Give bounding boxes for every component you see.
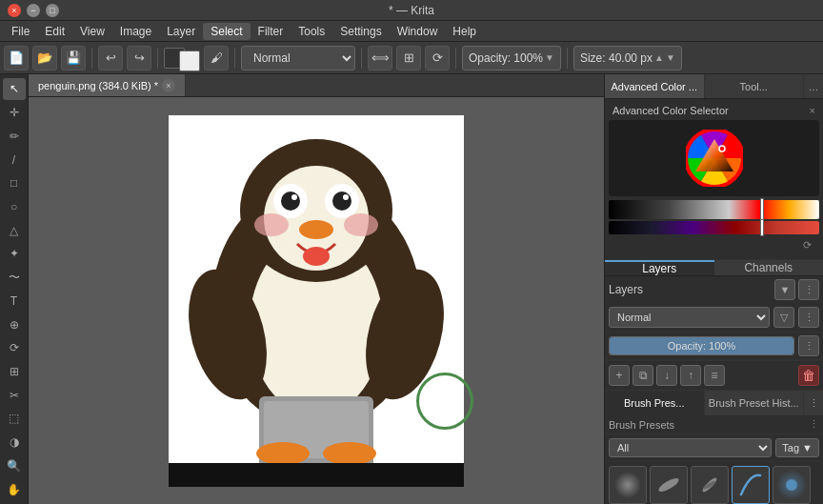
tab-advanced-color[interactable]: Advanced Color ...: [605, 74, 705, 98]
canvas-tab-label: penguin.png (384.0 KiB) *: [38, 80, 158, 91]
canvas-view[interactable]: [29, 97, 604, 504]
color-refresh-button[interactable]: ⟳: [798, 236, 815, 253]
move-layer-down-button[interactable]: ↓: [656, 365, 677, 386]
color-gradient-bar2[interactable]: [609, 221, 819, 234]
menu-image[interactable]: Image: [112, 23, 159, 40]
gradient-tool-button[interactable]: ◑: [3, 432, 26, 454]
layer-filter-button[interactable]: ▽: [773, 307, 794, 328]
layers-options-button[interactable]: ⋮: [798, 279, 819, 300]
menu-tools[interactable]: Tools: [291, 23, 332, 40]
color-wheel-area[interactable]: [609, 120, 819, 196]
canvas-tab-close[interactable]: ×: [162, 79, 175, 92]
star-tool-button[interactable]: ✦: [3, 243, 26, 265]
blend-mode-select[interactable]: Normal: [241, 46, 355, 71]
new-file-button[interactable]: 📄: [4, 46, 29, 71]
brush-presets-options-button[interactable]: ⋮: [809, 418, 819, 431]
menu-file[interactable]: File: [4, 23, 37, 40]
add-layer-button[interactable]: +: [609, 365, 630, 386]
brush-presets-tab-label: Brush Pres...: [624, 397, 685, 409]
svg-point-6: [291, 194, 297, 200]
brush-filter-select[interactable]: All: [609, 438, 772, 457]
undo-button[interactable]: ↩: [98, 46, 123, 71]
crop-tool-button[interactable]: ✂: [3, 384, 26, 406]
path-tool-button[interactable]: 〜: [3, 267, 26, 289]
menu-edit[interactable]: Edit: [37, 23, 72, 40]
grid-tool-button[interactable]: ⊞: [3, 361, 26, 383]
mirror-button[interactable]: ⟺: [368, 46, 392, 71]
brush-5-svg: [774, 468, 809, 502]
tab-brush-history[interactable]: Brush Preset Hist...: [705, 391, 805, 415]
rect-tool-button[interactable]: □: [3, 172, 26, 194]
redo-button[interactable]: ↪: [127, 46, 151, 71]
layers-title-row: Layers ▼ ⋮: [605, 276, 823, 303]
polygon-tool-button[interactable]: △: [3, 219, 26, 241]
brush-item-3[interactable]: [691, 466, 729, 504]
open-file-button[interactable]: 📂: [32, 46, 57, 71]
select-tool-button[interactable]: ↖: [3, 78, 26, 100]
window-title: * — Krita: [65, 4, 758, 17]
size-arrow[interactable]: ▲: [654, 52, 664, 63]
preserve-alpha-button[interactable]: ⟳: [425, 46, 450, 71]
gradient-handle-1[interactable]: [760, 198, 764, 221]
channels-tab-label: Channels: [744, 261, 793, 274]
pan-tool-button[interactable]: ✋: [3, 478, 26, 500]
brush-item-2[interactable]: [650, 466, 688, 504]
move-layer-up-button[interactable]: ↑: [680, 365, 701, 386]
size-control[interactable]: Size: 40.00 px ▲ ▼: [573, 46, 682, 71]
move-tool-button[interactable]: ⊕: [3, 313, 26, 335]
svg-point-18: [256, 442, 310, 465]
svg-point-5: [281, 192, 300, 211]
zoom-tool-button[interactable]: 🔍: [3, 455, 26, 477]
text-tool-button[interactable]: T: [3, 290, 26, 312]
tab-layers[interactable]: Layers: [605, 260, 714, 275]
line-tool-button[interactable]: /: [3, 149, 26, 171]
menu-filter[interactable]: Filter: [251, 23, 291, 40]
menu-settings[interactable]: Settings: [332, 23, 389, 40]
gradient-handle-2[interactable]: [760, 219, 764, 236]
menu-layer[interactable]: Layer: [159, 23, 203, 40]
ellipse-tool-button[interactable]: ○: [3, 196, 26, 218]
svg-point-13: [344, 213, 378, 236]
menu-view[interactable]: View: [72, 23, 112, 40]
layer-opacity-bar[interactable]: Opacity: 100%: [609, 336, 794, 355]
minimize-window-button[interactable]: −: [27, 4, 40, 17]
brush-item-5[interactable]: [773, 466, 811, 504]
background-color[interactable]: [179, 50, 200, 71]
tab-brush-presets[interactable]: Brush Pres...: [605, 391, 705, 415]
rotate-tool-button[interactable]: ⟳: [3, 337, 26, 359]
menu-window[interactable]: Window: [390, 23, 446, 40]
size-arrow-down[interactable]: ▼: [666, 52, 675, 63]
brush-preset-button[interactable]: 🖌: [204, 46, 229, 71]
brush-presets-section: Brush Pres... Brush Preset Hist... ⋮ Bru…: [605, 390, 823, 504]
wrap-button[interactable]: ⊞: [396, 46, 421, 71]
layer-more-button[interactable]: ⋮: [798, 307, 819, 328]
freehand-brush-button[interactable]: ✏: [3, 125, 26, 147]
tab-tool[interactable]: Tool...: [705, 74, 805, 98]
layer-button-row: + ⧉ ↓ ↑ ≡ 🗑: [605, 360, 823, 390]
tab-more-button[interactable]: …: [804, 74, 823, 98]
close-window-button[interactable]: ×: [8, 4, 21, 17]
canvas-area: penguin.png (384.0 KiB) * ×: [29, 74, 604, 504]
brush-tag-button[interactable]: Tag ▼: [775, 438, 819, 457]
opacity-control[interactable]: Opacity: 100% ▼: [462, 46, 561, 71]
color-gradient-bar[interactable]: [609, 200, 819, 219]
brush-item-4[interactable]: [732, 466, 770, 504]
brush-item-1[interactable]: [609, 466, 647, 504]
brush-tab-options[interactable]: ⋮: [804, 391, 823, 415]
tab-channels[interactable]: Channels: [714, 260, 824, 275]
adv-color-close-button[interactable]: ×: [810, 105, 815, 116]
transform-tool-button[interactable]: ✛: [3, 102, 26, 124]
layers-filter-button[interactable]: ▼: [774, 279, 795, 300]
save-file-button[interactable]: 💾: [61, 46, 86, 71]
fill-tool-button[interactable]: ⬚: [3, 408, 26, 430]
maximize-window-button[interactable]: □: [46, 4, 59, 17]
menu-select[interactable]: Select: [203, 23, 250, 40]
canvas-tab[interactable]: penguin.png (384.0 KiB) * ×: [29, 74, 186, 96]
opacity-arrow[interactable]: ▼: [545, 52, 554, 63]
merge-layers-button[interactable]: ≡: [704, 365, 725, 386]
menu-help[interactable]: Help: [445, 23, 484, 40]
layer-opacity-options[interactable]: ⋮: [798, 335, 819, 356]
delete-layer-button[interactable]: 🗑: [798, 365, 819, 386]
duplicate-layer-button[interactable]: ⧉: [632, 365, 653, 386]
layer-blend-mode-select[interactable]: Normal: [609, 307, 770, 328]
